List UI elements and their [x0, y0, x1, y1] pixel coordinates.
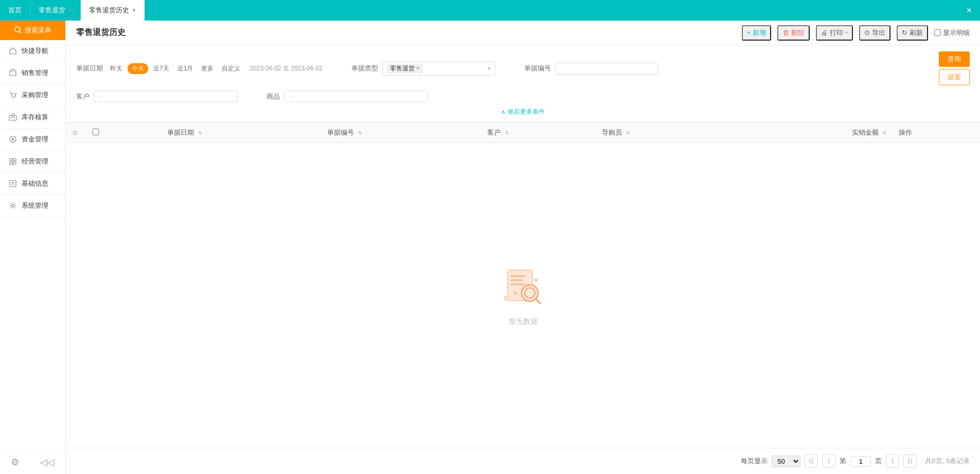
- date-btn-last1m[interactable]: 近1月: [174, 63, 197, 74]
- doc-type-tag-close[interactable]: ×: [416, 65, 420, 72]
- sidebar-item-operations-label: 经营管理: [22, 157, 48, 166]
- doc-no-input[interactable]: [555, 63, 658, 75]
- goods-filter: 商品 ···: [266, 90, 428, 102]
- system-icon: [8, 201, 17, 210]
- page-next-button[interactable]: ⟩: [886, 454, 899, 468]
- date-btn-more[interactable]: 更多: [198, 63, 217, 74]
- export-icon: ⊙: [864, 29, 870, 37]
- export-button[interactable]: ⊙ 导出: [859, 25, 890, 41]
- sidebar-item-quick-nav[interactable]: 快捷导航: [0, 40, 65, 62]
- sidebar-item-finance[interactable]: 资金管理: [0, 129, 65, 151]
- sidebar-item-sys-mgmt[interactable]: 系统管理: [0, 195, 65, 217]
- doc-type-select[interactable]: 零售退货 × ▾: [382, 62, 495, 76]
- svg-rect-12: [10, 180, 16, 187]
- customer-placeholder: ···: [98, 93, 104, 100]
- print-chevron-icon: ▾: [845, 30, 848, 35]
- customer-input[interactable]: ···: [94, 90, 238, 102]
- show-detail-input[interactable]: [934, 29, 941, 36]
- col-customer: 客户 ⇅: [481, 123, 596, 143]
- col-amount-sort-icon[interactable]: ⇅: [882, 130, 886, 136]
- collapse-button[interactable]: ∧ 收起更多条件: [76, 107, 970, 116]
- show-detail-checkbox[interactable]: 显示明细: [934, 28, 970, 38]
- date-btn-today[interactable]: 今天: [128, 63, 148, 74]
- svg-rect-10: [10, 162, 12, 165]
- page-size-select[interactable]: 50 10 20 100: [772, 455, 800, 467]
- sidebar: 搜索菜单 快捷导航 销售管理 采购管理 库存核算: [0, 21, 66, 474]
- doc-type-tag: 零售退货 ×: [387, 64, 423, 74]
- sidebar-item-inventory[interactable]: 库存核算: [0, 106, 65, 129]
- svg-rect-9: [13, 158, 16, 161]
- filter-row-2: 客户 ··· 商品 ···: [76, 90, 970, 102]
- sidebar-item-sales-mgmt-label: 销售管理: [22, 68, 48, 78]
- svg-point-0: [15, 27, 20, 32]
- col-doc-no-sort-icon[interactable]: ⇅: [358, 130, 362, 136]
- col-doc-date-sort-icon[interactable]: ⇅: [198, 130, 202, 136]
- svg-rect-8: [10, 158, 12, 161]
- table-header-row: ⚙ 单据日期 ⇅ 单据编号 ⇅: [66, 123, 980, 143]
- sidebar-item-operations[interactable]: 经营管理: [0, 151, 65, 173]
- delete-icon: 🗑: [782, 29, 789, 37]
- col-doc-no-label: 单据编号: [327, 129, 354, 136]
- collapse-up-icon: ∧: [501, 108, 506, 116]
- refresh-button[interactable]: ↻ 刷新: [897, 25, 928, 41]
- col-customer-sort-icon[interactable]: ⇅: [505, 130, 509, 136]
- search-icon: [14, 26, 22, 35]
- sidebar-item-basic-info[interactable]: 基础信息: [0, 173, 65, 195]
- set-button[interactable]: 设置: [939, 69, 970, 85]
- sidebar-item-finance-label: 资金管理: [22, 135, 48, 144]
- query-button[interactable]: 查询: [939, 51, 970, 67]
- table-area: ⚙ 单据日期 ⇅ 单据编号 ⇅: [66, 123, 980, 448]
- sales-icon: [8, 68, 17, 78]
- svg-rect-5: [9, 116, 16, 120]
- page-size-label: 每页显示: [741, 457, 768, 466]
- col-amount: 实销金额 ⇅: [733, 123, 893, 143]
- svg-rect-11: [13, 162, 16, 165]
- tab-home[interactable]: 首页: [0, 0, 30, 21]
- pagination: 每页显示 50 10 20 100 ⟨⟨ ⟨ 第 页 ⟩ ⟩⟩ 共0页, 0条记…: [66, 448, 980, 474]
- tab-retail-return-history[interactable]: 零售退货历史 ×: [81, 0, 145, 21]
- sidebar-item-purchase-mgmt-label: 采购管理: [22, 90, 48, 100]
- goods-input[interactable]: ···: [284, 90, 428, 102]
- volume-icon[interactable]: ◁◁: [40, 457, 55, 468]
- home-icon: [8, 46, 17, 56]
- table-settings-icon[interactable]: ⚙: [72, 129, 78, 137]
- finance-icon: [8, 135, 17, 144]
- tab-retail-return-close[interactable]: ×: [68, 7, 72, 14]
- tab-retail-return-history-close[interactable]: ×: [132, 7, 136, 14]
- svg-point-4: [14, 97, 15, 98]
- sidebar-search-label: 搜索菜单: [25, 26, 51, 35]
- show-detail-label: 显示明细: [943, 28, 970, 38]
- page-prev-button[interactable]: ⟨: [822, 454, 835, 468]
- delete-button[interactable]: 🗑 删除: [777, 25, 810, 41]
- print-button[interactable]: 🖨 打印 ▾: [816, 25, 853, 41]
- settings-icon[interactable]: ⚙: [11, 457, 19, 468]
- export-label: 导出: [872, 28, 885, 38]
- goods-placeholder: ···: [289, 93, 294, 100]
- sidebar-item-sales-mgmt[interactable]: 销售管理: [0, 62, 65, 84]
- sidebar-item-sys-mgmt-label: 系统管理: [22, 201, 48, 210]
- date-range-buttons: 昨天 今天 近7天 近1月 更多 自定义: [107, 63, 243, 74]
- tab-home-label: 首页: [8, 6, 22, 15]
- select-all-checkbox[interactable]: [91, 129, 101, 135]
- col-guide-sort-icon[interactable]: ⇅: [626, 130, 630, 136]
- col-action: 操作: [893, 123, 980, 143]
- page-number-input[interactable]: [850, 456, 871, 467]
- window-close-button[interactable]: ×: [958, 5, 980, 16]
- page-first-button[interactable]: ⟨⟨: [805, 454, 818, 468]
- date-btn-last7[interactable]: 近7天: [150, 63, 172, 74]
- tab-retail-return[interactable]: 零售退货 ×: [30, 0, 81, 21]
- delete-label: 删除: [791, 28, 805, 38]
- header-actions: + 新增 🗑 删除 🖨 打印 ▾ ⊙ 导出 ↻ 刷新: [742, 25, 970, 41]
- sidebar-item-purchase-mgmt[interactable]: 采购管理: [0, 84, 65, 106]
- customer-filter: 客户 ···: [76, 90, 238, 102]
- date-btn-custom[interactable]: 自定义: [219, 63, 243, 74]
- svg-point-15: [12, 205, 14, 207]
- svg-rect-17: [510, 275, 526, 277]
- date-btn-yesterday[interactable]: 昨天: [107, 63, 126, 74]
- doc-type-dropdown-icon: ▾: [488, 65, 491, 72]
- doc-type-label: 单据类型: [351, 64, 378, 73]
- add-button[interactable]: + 新增: [742, 25, 771, 41]
- col-doc-date-label: 单据日期: [167, 129, 194, 136]
- sidebar-search[interactable]: 搜索菜单: [0, 21, 65, 40]
- page-last-button[interactable]: ⟩⟩: [903, 454, 917, 468]
